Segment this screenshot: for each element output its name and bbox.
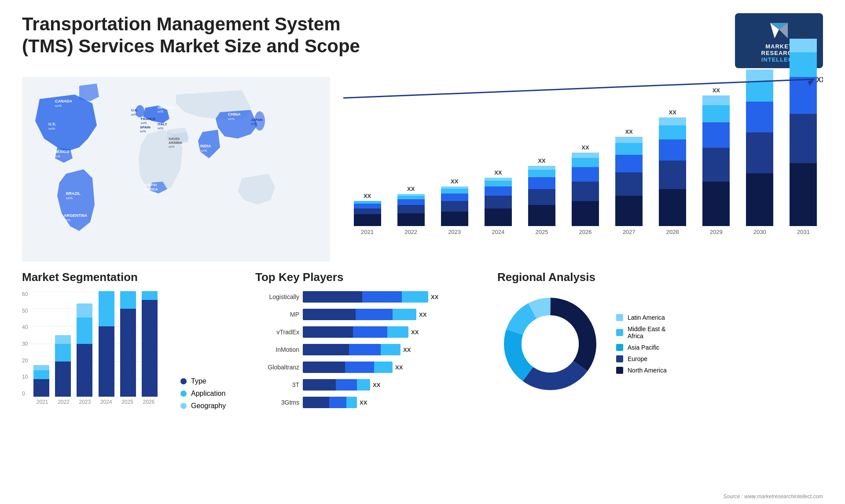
legend-latin-america-label: Latin America <box>628 314 665 321</box>
legend-middle-east-africa: Middle East &Africa <box>616 325 667 340</box>
bar-segment-4 <box>528 166 555 170</box>
bar-segment-1 <box>702 148 730 182</box>
player-row-3t: 3TXX <box>255 379 484 391</box>
bar-value-2022: XX <box>407 186 415 192</box>
player-name: vTradEx <box>255 329 299 336</box>
svg-line-38 <box>343 79 814 98</box>
y-label-60: 60 <box>22 291 31 297</box>
bar-chart: XX2021XX2022XX2023XX2024XX2025XX2026XX20… <box>343 81 823 248</box>
player-bar-segment-1 <box>356 309 393 320</box>
svg-text:xx%: xx% <box>144 192 150 195</box>
svg-text:JAPAN: JAPAN <box>251 118 263 122</box>
player-bar-segment-1 <box>362 291 402 303</box>
bar-segment-2 <box>746 102 773 132</box>
bar-year-2024: 2024 <box>492 229 504 235</box>
svg-text:xx%: xx% <box>200 149 207 153</box>
player-value-label: XX <box>395 364 403 371</box>
bar-year-2026: 2026 <box>579 229 592 235</box>
player-row-globaltranz: GlobaltranzXX <box>255 362 484 373</box>
legend-app-dot <box>180 391 187 397</box>
bar-segment-2 <box>615 155 643 172</box>
bar-group-2022: XX2022 <box>391 186 430 235</box>
y-label-20: 20 <box>22 358 31 364</box>
y-label-50: 50 <box>22 308 31 314</box>
seg-stack-2021 <box>33 365 49 397</box>
player-bar-segment-2 <box>393 309 416 320</box>
legend-asia-pacific: Asia Pacific <box>616 344 667 351</box>
bar-segment-1 <box>572 182 599 201</box>
player-bar <box>303 362 393 373</box>
legend-europe: Europe <box>616 355 667 362</box>
bar-value-2026: XX <box>581 144 589 151</box>
svg-point-53 <box>522 315 579 373</box>
svg-text:xx%: xx% <box>131 113 137 116</box>
bar-value-2028: XX <box>669 109 676 116</box>
player-bar-segment-2 <box>387 326 408 338</box>
segmentation-chart-area: 60 50 40 30 20 10 0 <box>22 291 242 410</box>
bar-group-2029: XX2029 <box>697 87 736 235</box>
bar-segment-2 <box>397 199 425 205</box>
bar-segment-0 <box>790 163 817 226</box>
bar-segment-0 <box>615 196 643 226</box>
bar-segment-2 <box>528 177 555 189</box>
svg-text:SPAIN: SPAIN <box>140 125 151 129</box>
legend-mea-label: Middle East &Africa <box>628 325 665 340</box>
svg-text:xx%: xx% <box>158 110 163 113</box>
legend-latin-america-color <box>616 314 623 321</box>
bar-segment-4 <box>659 117 686 125</box>
player-value-label: XX <box>360 399 367 406</box>
regional-section: Regional Analysis <box>497 270 823 412</box>
bar-stack-2021 <box>354 201 381 226</box>
bar-stack-2025 <box>528 166 555 226</box>
player-bar-segment-2 <box>402 291 428 303</box>
seg-segment <box>33 365 49 370</box>
bar-segment-2 <box>659 139 686 161</box>
seg-stack-2022 <box>55 335 71 397</box>
bar-segment-1 <box>615 172 643 196</box>
legend-na-label: North America <box>628 367 667 374</box>
legend-latin-america: Latin America <box>616 314 667 321</box>
player-bar-container: XX <box>303 362 484 373</box>
bar-segment-0 <box>354 214 381 226</box>
player-bar-segment-0 <box>303 379 336 391</box>
svg-text:XX: XX <box>816 77 823 84</box>
legend-na-color <box>616 367 623 374</box>
bar-segment-4 <box>572 153 599 158</box>
bar-segment-2 <box>441 194 468 201</box>
seg-segment <box>142 291 158 300</box>
bar-value-2031: XX <box>800 30 807 37</box>
bar-segment-0 <box>702 182 730 226</box>
top-row: CANADA xx% U.S. xx% MEXICO xx% BRAZIL xx… <box>22 77 823 262</box>
bar-segment-0 <box>659 189 686 226</box>
player-value-label: XX <box>373 382 380 388</box>
bar-group-2026: XX2026 <box>566 144 605 235</box>
bar-segment-2 <box>702 122 730 148</box>
legend-mea-color <box>616 329 623 336</box>
bar-value-2024: XX <box>494 169 502 176</box>
player-name: InMotion <box>255 346 299 353</box>
seg-stack-2023 <box>77 303 92 397</box>
bar-segment-3 <box>528 170 555 177</box>
bar-segment-3 <box>702 105 730 122</box>
svg-text:xx%: xx% <box>48 127 55 131</box>
seg-segment <box>120 309 136 397</box>
players-list: LogisticallyXXMPXXvTradExXXInMotionXXGlo… <box>255 291 484 412</box>
world-map-svg: CANADA xx% U.S. xx% MEXICO xx% BRAZIL xx… <box>22 77 330 262</box>
seg-bar-2023 <box>75 291 94 397</box>
player-bar <box>303 291 428 303</box>
map-section: CANADA xx% U.S. xx% MEXICO xx% BRAZIL xx… <box>22 77 330 262</box>
legend-app-label: Application <box>191 390 225 398</box>
player-bar-container: XX <box>303 326 484 338</box>
bar-group-2025: XX2025 <box>522 157 561 235</box>
player-bar-container: XX <box>303 309 484 320</box>
seg-segment <box>55 344 71 362</box>
bar-segment-1 <box>441 201 468 212</box>
seg-stack-2025 <box>120 291 136 397</box>
seg-bar-2024 <box>97 291 116 397</box>
svg-text:ARGENTINA: ARGENTINA <box>64 213 88 218</box>
seg-x-label-2023: 2023 <box>79 399 91 405</box>
player-bar <box>303 326 408 338</box>
bar-segment-0 <box>746 173 773 226</box>
svg-text:AFRICA: AFRICA <box>144 187 158 191</box>
player-name: 3Gtms <box>255 399 299 406</box>
